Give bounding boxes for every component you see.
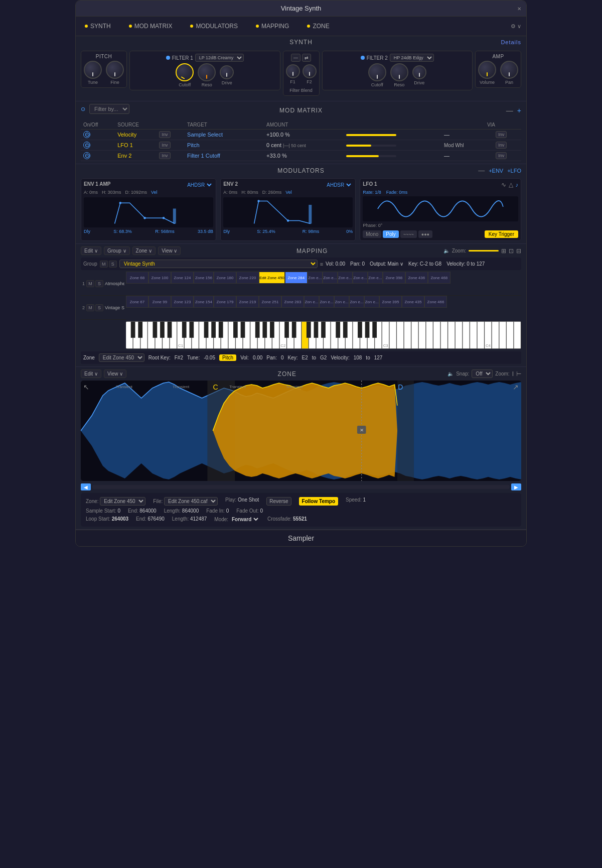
bk2[interactable]: [153, 322, 158, 338]
tune-knob[interactable]: [84, 61, 102, 79]
mapping-zone-btn[interactable]: Zone ∨: [132, 246, 156, 255]
zone-cell-251[interactable]: Zone 251: [259, 296, 281, 308]
zone-cell-398[interactable]: Zone 398: [383, 272, 405, 284]
zoom-out-icon[interactable]: ⊢: [516, 370, 521, 378]
inv-source-3[interactable]: Inv: [159, 152, 170, 159]
bk1[interactable]: [138, 322, 142, 338]
wk53[interactable]: [514, 322, 521, 349]
filter2-cutoff-knob[interactable]: [368, 63, 386, 81]
power-btn-1[interactable]: ⏻: [83, 131, 90, 138]
mod-slider-3[interactable]: [346, 155, 396, 157]
env1-point2[interactable]: [143, 217, 146, 219]
zone-cell-r2e[interactable]: Zon e...: [364, 296, 379, 308]
g2-s-btn[interactable]: S: [95, 304, 103, 311]
wk42[interactable]: [433, 322, 440, 349]
zone-cell-r1d[interactable]: Zon e...: [353, 272, 368, 284]
group-name-select[interactable]: Vintage Synth: [119, 260, 318, 268]
scroll-bar[interactable]: [92, 485, 510, 489]
bk22[interactable]: [358, 322, 362, 338]
zone-cell-123[interactable]: Zone 123: [171, 296, 194, 308]
add-lfo-btn[interactable]: +LFO: [507, 168, 521, 174]
wk51[interactable]: [499, 322, 506, 349]
blend-swap-btn[interactable]: ⇄: [302, 54, 311, 62]
group-s-btn[interactable]: S: [109, 261, 117, 268]
mod-add-btn[interactable]: +: [517, 106, 521, 114]
mod-minus-btn[interactable]: —: [506, 106, 513, 114]
bk10[interactable]: [233, 322, 238, 338]
nav-modulators[interactable]: MODULATORS: [186, 21, 242, 32]
zone-cell-67[interactable]: Zone 67: [126, 296, 148, 308]
zone-cell-468[interactable]: Zone 468: [428, 272, 450, 284]
zoom-in-icon[interactable]: I: [512, 370, 514, 378]
zone-cell-466[interactable]: Zone 466: [424, 296, 447, 308]
env2-point2[interactable]: [287, 219, 289, 222]
wk40[interactable]: [419, 322, 426, 349]
filter2-type-select[interactable]: HP 24dB Edgy: [390, 54, 434, 62]
filter1-drive-knob[interactable]: [220, 65, 234, 79]
zone-cell-154[interactable]: Zone 154: [194, 296, 214, 308]
filter2-reso-knob[interactable]: [390, 63, 408, 81]
mapping-view-btn[interactable]: View ∨: [158, 246, 181, 255]
add-env-btn[interactable]: +ENV: [489, 168, 503, 174]
env1-point3[interactable]: [163, 217, 165, 219]
nav-mod-matrix[interactable]: MOD MATRIX: [125, 21, 177, 32]
zone-cell-r2a[interactable]: Zon e...: [304, 296, 319, 308]
env2-mode-select[interactable]: AHDSR: [325, 182, 353, 188]
zone-cell-r1c[interactable]: Zon e...: [338, 272, 353, 284]
env1-mode-select[interactable]: AHDSR: [185, 182, 213, 188]
follow-tempo-btn[interactable]: Follow Tempo: [299, 497, 338, 506]
zone-bar-zone-select[interactable]: Edit Zone 450: [99, 353, 144, 362]
wk48[interactable]: [477, 322, 484, 349]
f2-blend-knob[interactable]: [303, 64, 317, 78]
lfo-wave-icon[interactable]: ∿: [501, 181, 506, 188]
wk44[interactable]: [448, 322, 455, 349]
wk47[interactable]: [470, 322, 477, 349]
inv-source-1[interactable]: Inv: [159, 131, 170, 138]
zone-cell-180[interactable]: Zone 180: [214, 272, 236, 284]
bk7[interactable]: [204, 322, 209, 338]
inv-via-2[interactable]: Inv: [496, 142, 507, 149]
zone-cell-r1a[interactable]: Zon e...: [308, 272, 323, 284]
wk46[interactable]: [463, 322, 470, 349]
group-list-icon[interactable]: ≡: [320, 261, 323, 267]
zone-view-btn[interactable]: View ∨: [104, 369, 126, 378]
bk11[interactable]: [241, 322, 245, 338]
wk45[interactable]: [456, 322, 463, 349]
zone-cell-395[interactable]: Zone 395: [379, 296, 402, 308]
zone-cell-220[interactable]: Zone 220: [236, 272, 259, 284]
env1-point1[interactable]: [119, 202, 122, 204]
lfo-extra-btn1[interactable]: ~~~~: [400, 230, 417, 238]
fine-knob[interactable]: [106, 61, 124, 79]
mod-slider-2[interactable]: [346, 145, 396, 147]
zone-name-select[interactable]: Edit Zone 450: [100, 497, 145, 506]
mod-filter-select[interactable]: Filter by...: [89, 104, 129, 114]
wk41[interactable]: [426, 322, 433, 349]
bk9[interactable]: [219, 322, 223, 338]
volume-knob[interactable]: [478, 61, 496, 79]
loop-start-handle[interactable]: C: [213, 383, 218, 391]
zone-cell-r1b[interactable]: Zon e...: [323, 272, 338, 284]
mapping-edit-btn[interactable]: Edit ∨: [81, 246, 101, 255]
lfo-poly-btn[interactable]: Poly: [383, 230, 398, 238]
lfo-triangle-icon[interactable]: △: [509, 181, 513, 188]
key-trigger-btn[interactable]: Key Trigger: [485, 230, 518, 238]
wk37[interactable]: [397, 322, 404, 349]
zone-cell-435[interactable]: Zone 435: [402, 296, 424, 308]
mod-slider-1[interactable]: [346, 134, 396, 136]
inv-via-3[interactable]: Inv: [496, 152, 507, 159]
zone-cell-edit450[interactable]: Edit Zone 450: [259, 272, 285, 284]
close-btn[interactable]: ✕: [517, 6, 521, 11]
blend-link-btn[interactable]: —: [291, 54, 300, 62]
wk36[interactable]: [389, 322, 396, 349]
filter2-drive-knob[interactable]: [412, 65, 426, 79]
f1-blend-knob[interactable]: [286, 64, 300, 78]
zone-snap-select[interactable]: Off: [472, 369, 493, 378]
g1-m-btn[interactable]: M: [86, 280, 94, 287]
g2-m-btn[interactable]: M: [86, 304, 94, 311]
bk13[interactable]: [262, 322, 267, 338]
bk21[interactable]: [343, 322, 348, 338]
bk18[interactable]: [314, 322, 319, 338]
wk52[interactable]: [507, 322, 514, 349]
wk50[interactable]: [492, 322, 499, 349]
modulators-minus-btn[interactable]: —: [478, 167, 485, 174]
